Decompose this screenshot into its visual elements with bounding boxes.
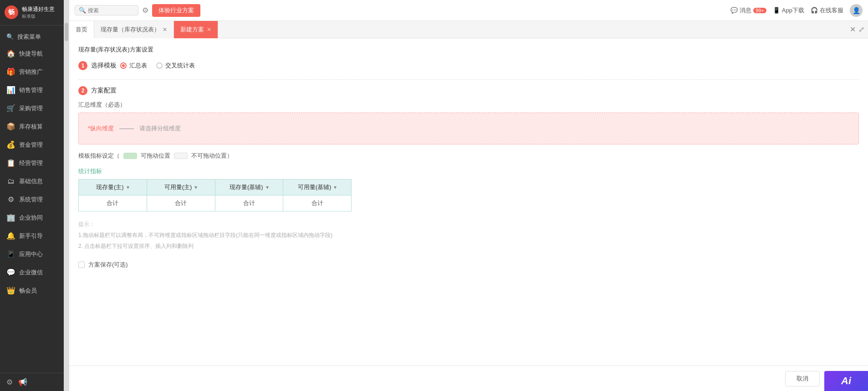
sidebar-nav: 🔍 搜索菜单 🏠 快捷导航 🎁 营销推广 📊 销售管理 🛒 采购管理 📦 库存核… <box>0 26 64 373</box>
sidebar-item-enterprise-wechat[interactable]: 💬 企业微信 <box>0 263 64 282</box>
radio-crosstab[interactable]: 交叉统计表 <box>156 62 195 70</box>
dimension-label: 汇总维度（必选） <box>78 101 859 109</box>
topbar: 🔍 ⚙ 体验行业方案 💬 消息 99+ 📱 App下载 🎧 在线客服 👤 <box>69 0 868 21</box>
dimension-area[interactable]: *纵向维度 —— 请选择分组维度 <box>78 113 859 144</box>
sidebar-scrollbar[interactable] <box>64 0 69 391</box>
tab-home[interactable]: 首页 <box>69 21 94 38</box>
non-draggable-label: 不可拖动位置） <box>191 152 233 160</box>
sidebar-item-label: 销售管理 <box>19 86 43 94</box>
sidebar-item-marketing[interactable]: 🎁 营销推广 <box>0 63 64 81</box>
sidebar-item-label: 基础信息 <box>19 177 43 185</box>
app-download-button[interactable]: 📱 App下载 <box>773 6 804 15</box>
step2-badge: 2 <box>78 86 87 95</box>
tabs-right-icons: ✕ ⤢ <box>850 25 868 34</box>
sidebar-item-label: 企业协同 <box>19 214 43 222</box>
radio-crosstab-label: 交叉统计表 <box>165 62 195 70</box>
cancel-button[interactable]: 取消 <box>785 371 820 386</box>
sidebar-item-system[interactable]: ⚙ 系统管理 <box>0 190 64 209</box>
radio-summary-circle <box>120 62 127 69</box>
template-settings-label: 模板指标设定（ 可拖动位置 不可拖动位置） <box>78 152 859 160</box>
sidebar-item-new-guide[interactable]: 🔔 新手引导 <box>0 227 64 245</box>
save-checkbox[interactable] <box>78 262 85 268</box>
app-download-icon: 📱 <box>773 7 780 14</box>
avatar[interactable]: 👤 <box>850 4 863 17</box>
topbar-search-box[interactable]: 🔍 <box>75 5 138 15</box>
non-draggable-indicator <box>174 153 188 159</box>
stats-col-3[interactable]: 可用量(基辅) ▾ <box>283 180 352 196</box>
dimension-placeholder: 请选择分组维度 <box>139 124 181 133</box>
expand-icon[interactable]: ⤢ <box>858 25 864 34</box>
sidebar-item-quick-nav[interactable]: 🏠 快捷导航 <box>0 45 64 63</box>
tab-inventory-close-icon[interactable]: ✕ <box>163 26 167 33</box>
tab-new-scheme-label: 新建方案 <box>180 26 204 34</box>
settings-footer-icon[interactable]: ⚙ <box>6 378 13 386</box>
ai-badge[interactable]: Ai <box>824 371 868 391</box>
stats-col-1-label: 可用量(主) <box>164 183 192 191</box>
step2-header: 2 方案配置 <box>78 86 859 95</box>
step1-title: 选择模板 <box>91 62 117 70</box>
draggable-indicator <box>123 153 137 159</box>
step1-badge: 1 <box>78 61 87 70</box>
settings-icon[interactable]: ⚙ <box>142 6 148 15</box>
sidebar-item-basic-info[interactable]: 🗂 基础信息 <box>0 172 64 190</box>
message-button[interactable]: 💬 消息 99+ <box>730 6 766 15</box>
system-icon: ⚙ <box>6 195 15 204</box>
tab-new-scheme[interactable]: 新建方案 ✕ <box>174 21 218 38</box>
step1-section: 1 选择模板 汇总表 交叉统计表 <box>78 61 859 70</box>
stats-section: 统计指标 现存量(主) ▾ 可用量 <box>78 167 859 211</box>
speaker-footer-icon[interactable]: 📢 <box>18 378 27 386</box>
customer-service-button[interactable]: 🎧 在线客服 <box>811 6 843 15</box>
message-icon: 💬 <box>730 7 738 14</box>
sidebar-item-sales[interactable]: 📊 销售管理 <box>0 81 64 99</box>
sidebar-item-enterprise[interactable]: 🏢 企业协同 <box>0 209 64 227</box>
quick-nav-icon: 🏠 <box>6 49 15 58</box>
dimension-required-text: *纵向维度 <box>88 124 114 133</box>
app-center-icon: 📱 <box>6 250 15 259</box>
message-label: 消息 <box>740 6 751 15</box>
stats-col-0[interactable]: 现存量(主) ▾ <box>79 180 147 196</box>
radio-summary-label: 汇总表 <box>129 62 147 70</box>
ai-label: Ai <box>841 375 851 387</box>
step2-title: 方案配置 <box>91 87 117 95</box>
chevron-down-icon-3: ▾ <box>334 184 337 190</box>
operations-icon: 📋 <box>6 159 15 168</box>
tips-title: 提示： <box>78 221 95 227</box>
basic-info-icon: 🗂 <box>6 177 15 186</box>
search-icon: 🔍 <box>79 7 86 14</box>
customer-service-label: 在线客服 <box>820 6 843 15</box>
tips-section: 提示： 1.拖动标题栏可以调整布局，不可跨维度或指标区域拖动栏目字段(只能在同一… <box>78 219 859 252</box>
sidebar-item-member[interactable]: 👑 畅会员 <box>0 282 64 300</box>
bottom-bar: 取消 查询 <box>69 365 868 391</box>
avatar-icon: 👤 <box>853 7 860 14</box>
sidebar-item-purchase[interactable]: 🛒 采购管理 <box>0 99 64 118</box>
sidebar-item-label: 系统管理 <box>19 196 43 204</box>
tip-item-0: 1.拖动标题栏可以调整布局，不可跨维度或指标区域拖动栏目字段(只能在同一维度或指… <box>78 230 859 241</box>
tabs-bar: 首页 现存量（库存状况表） ✕ 新建方案 ✕ ✕ ⤢ <box>69 21 868 38</box>
sidebar-item-app-center[interactable]: 📱 应用中心 <box>0 245 64 263</box>
customer-service-icon: 🎧 <box>811 7 818 14</box>
template-label-prefix: 模板指标设定（ <box>78 152 120 160</box>
app-version: 标准版 <box>22 13 55 20</box>
close-icon[interactable]: ✕ <box>850 25 856 34</box>
member-icon: 👑 <box>6 286 15 295</box>
topbar-right: 💬 消息 99+ 📱 App下载 🎧 在线客服 👤 <box>730 4 863 17</box>
sidebar-item-finance[interactable]: 💰 资金管理 <box>0 136 64 154</box>
stats-summary-1: 合计 <box>147 196 215 211</box>
sidebar-item-search-menu[interactable]: 🔍 搜索菜单 <box>0 29 64 45</box>
tab-new-scheme-close-icon[interactable]: ✕ <box>207 26 211 33</box>
tab-inventory-status[interactable]: 现存量（库存状况表） ✕ <box>94 21 174 38</box>
sidebar-item-label: 资金管理 <box>19 141 43 149</box>
sidebar-item-inventory[interactable]: 📦 库存核算 <box>0 118 64 136</box>
industry-plan-button[interactable]: 体验行业方案 <box>152 4 200 17</box>
sidebar-item-label: 经营管理 <box>19 159 43 167</box>
radio-summary[interactable]: 汇总表 <box>120 62 147 70</box>
sidebar-item-label: 搜索菜单 <box>17 33 41 41</box>
sidebar-item-operations[interactable]: 📋 经营管理 <box>0 154 64 172</box>
stats-col-2[interactable]: 现存量(基辅) ▾ <box>215 180 283 196</box>
search-input[interactable] <box>88 7 133 14</box>
scrollbar-thumb[interactable] <box>65 23 68 41</box>
chevron-down-icon-1: ▾ <box>194 184 197 190</box>
stats-col-1[interactable]: 可用量(主) ▾ <box>147 180 215 196</box>
app-name: 畅康通好生意 <box>22 5 55 13</box>
sidebar-item-label: 企业微信 <box>19 268 43 277</box>
